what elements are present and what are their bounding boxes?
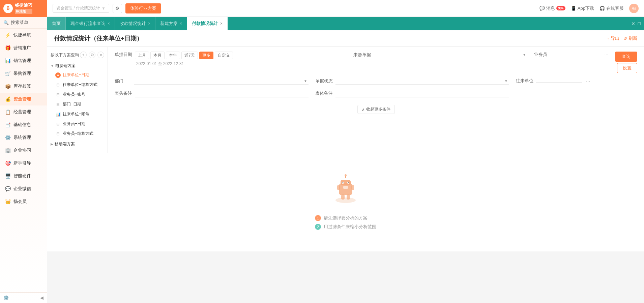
marketing-icon: 🎁 <box>5 45 11 51</box>
sidebar-item-sales[interactable]: 📊 销售管理 <box>0 54 47 67</box>
sidebar-item-finance[interactable]: 💰 资金管理 <box>0 93 47 105</box>
tab-cash-bank[interactable]: 现金银行流水查询 × <box>66 17 115 30</box>
tab-bar-actions: ✕ □ <box>628 21 644 26</box>
partner-more-btn[interactable]: ··· <box>586 78 590 84</box>
user-avatar: Rit <box>629 4 639 13</box>
app-download-btn[interactable]: 📱 App下载 <box>571 5 594 11</box>
date-btn-7days[interactable]: 近7天 <box>181 52 198 59</box>
date-btn-this-year[interactable]: 本年 <box>166 52 180 59</box>
sidebar-item-basic-info[interactable]: 📑 基础信息 <box>0 118 47 131</box>
scheme-item-partner-settlement[interactable]: ⊞ 往来单位+结算方式 <box>47 80 108 90</box>
body-memo-filter: 表体备注 <box>315 89 509 97</box>
sidebar-item-hardware[interactable]: 🖥️ 智能硬件 <box>0 170 47 182</box>
purchase-icon: 🛒 <box>5 70 11 77</box>
date-btn-more[interactable]: 更多 <box>199 52 213 59</box>
scheme-item-salesman-settlement[interactable]: ⊞ 业务员+结算方式 <box>47 129 108 139</box>
tab-home[interactable]: 首页 <box>47 17 66 30</box>
svg-point-5 <box>343 182 344 183</box>
tab-new-scheme-label: 新建方案 <box>160 21 178 27</box>
refresh-btn[interactable]: ↺ 刷新 <box>623 35 637 41</box>
tab-close-all-btn[interactable]: ✕ <box>631 21 635 26</box>
source-select[interactable]: ▼ <box>374 52 527 58</box>
date-btn-this-month[interactable]: 本月 <box>150 52 165 59</box>
online-service-btn[interactable]: 🎧 在线客服 <box>599 5 624 11</box>
scheme-label: 往来单位+账号 <box>63 111 89 117</box>
page-title: 付款情况统计（往来单位+日期） <box>54 34 143 42</box>
svg-rect-9 <box>351 185 354 190</box>
query-btn[interactable]: 查询 <box>615 52 637 62</box>
mobile-group-header[interactable]: ▶ 移动端方案 <box>47 140 108 148</box>
doc-status-label: 单据状态 <box>315 78 333 84</box>
doc-status-select[interactable]: ▼ <box>335 78 509 85</box>
date-btn-custom[interactable]: 自定义 <box>215 52 233 59</box>
trial-btn[interactable]: 体验行业方案 <box>125 3 161 13</box>
collapse-label: 收起更多条件 <box>366 107 390 112</box>
footer-collapse-icon[interactable]: ◀ <box>40 295 43 300</box>
footer-settings-icon[interactable]: ⚙️ <box>3 295 9 300</box>
headset-icon: 🎧 <box>599 6 605 11</box>
collapse-btn[interactable]: ∧ 收起更多条件 <box>357 105 395 114</box>
scheme-item-partner-account[interactable]: 📊 往来单位+账号 <box>47 109 108 119</box>
svg-point-13 <box>345 174 347 176</box>
sidebar-item-label: 企业协同 <box>13 147 31 153</box>
export-label: 导出 <box>611 35 619 41</box>
sidebar-item-label: 智能硬件 <box>13 173 31 179</box>
tab-receipts-label: 收款情况统计 <box>120 21 146 27</box>
empty-tip-2: 2 用过滤条件来缩小分析范围 <box>315 222 376 231</box>
tab-cash-bank-label: 现金银行流水查询 <box>70 21 106 27</box>
scheme-collapse-btn[interactable]: « <box>97 52 104 58</box>
scheme-item-salesman-account[interactable]: ⊞ 业务员+账号 <box>47 90 108 99</box>
sidebar-item-quick-nav[interactable]: ⚡ 快捷导航 <box>0 29 47 41</box>
messages-btn[interactable]: 💬 消息 99+ <box>539 5 565 11</box>
tab-receipts[interactable]: 收款情况统计 × <box>115 17 155 30</box>
export-btn[interactable]: ↑ 导出 <box>607 35 620 41</box>
wechat-icon: 💬 <box>5 186 11 192</box>
tip-number-2: 2 <box>315 224 321 230</box>
date-btn-last-month[interactable]: 上月 <box>135 52 149 59</box>
add-scheme-icon: + <box>82 53 84 57</box>
desktop-group-header[interactable]: ▼ 电脑端方案 <box>47 62 108 70</box>
user-menu[interactable]: Rit <box>629 4 639 13</box>
sidebar-item-system[interactable]: ⚙️ 系统管理 <box>0 131 47 144</box>
scheme-item-partner-date[interactable]: ● 往来单位+日期 <box>47 70 108 80</box>
sidebar-item-inventory[interactable]: 📦 库存核算 <box>0 80 47 93</box>
salesman-input-area <box>554 53 600 56</box>
tab-new-scheme[interactable]: 新建方案 × <box>155 17 187 30</box>
date-range-input[interactable] <box>135 61 196 67</box>
source-chevron: ▼ <box>523 53 526 57</box>
tab-maximize-btn[interactable]: □ <box>638 21 641 26</box>
body-memo-input[interactable] <box>335 89 509 97</box>
salesman-more-btn[interactable]: ··· <box>604 52 608 57</box>
tab-payments[interactable]: 付款情况统计 × <box>187 17 228 30</box>
doc-status-filter: 单据状态 ▼ <box>315 78 509 85</box>
scheme-label: 往来单位+结算方式 <box>63 82 97 88</box>
sidebar-item-wechat[interactable]: 💬 企业微信 <box>0 182 47 195</box>
refresh-icon: ↺ <box>623 36 627 41</box>
scheme-panel-header: 按以下方案查询 + ⚙ « <box>47 50 108 60</box>
settings-btn[interactable]: 设置 <box>617 63 637 73</box>
tab-payments-close[interactable]: × <box>220 22 223 26</box>
dept-select[interactable]: ▼ <box>134 78 309 85</box>
sidebar-item-enterprise[interactable]: 🏢 企业协同 <box>0 144 47 157</box>
scheme-settings-btn[interactable]: ⚙ <box>89 52 95 58</box>
sidebar-item-purchase[interactable]: 🛒 采购管理 <box>0 67 47 80</box>
inventory-icon: 📦 <box>5 83 11 89</box>
topbar-settings-btn[interactable]: ⚙ <box>113 4 122 13</box>
scheme-item-dept-date[interactable]: ⊞ 部门+日期 <box>47 99 108 109</box>
sidebar-item-operations[interactable]: 📋 经营管理 <box>0 105 47 118</box>
quick-nav-icon: ⚡ <box>5 32 11 38</box>
tab-receipts-close[interactable]: × <box>148 22 150 26</box>
filter-row-1: 单据日期 上月 本月 本年 近7天 更多 自定义 <box>115 52 637 73</box>
tab-cash-bank-close[interactable]: × <box>108 22 110 26</box>
sidebar-item-marketing[interactable]: 🎁 营销推广 <box>0 41 47 54</box>
desktop-scheme-group: ▼ 电脑端方案 ● 往来单位+日期 ⊞ 往来单位+结算方式 ⊞ 业务员+账号 <box>47 62 108 139</box>
sidebar-item-guide[interactable]: 🎯 新手引导 <box>0 157 47 170</box>
tab-new-scheme-close[interactable]: × <box>180 22 182 26</box>
header-memo-input[interactable] <box>135 89 309 97</box>
scheme-table-icon4: ⊞ <box>55 121 61 127</box>
scheme-item-salesman-date[interactable]: ⊞ 业务员+日期 <box>47 119 108 129</box>
sidebar-item-vip[interactable]: 👑 畅会员 <box>0 195 47 208</box>
search-menu[interactable]: 🔍 搜索菜单 <box>0 17 47 29</box>
add-scheme-btn[interactable]: + <box>80 52 87 58</box>
header-memo-label: 表头备注 <box>115 90 132 96</box>
